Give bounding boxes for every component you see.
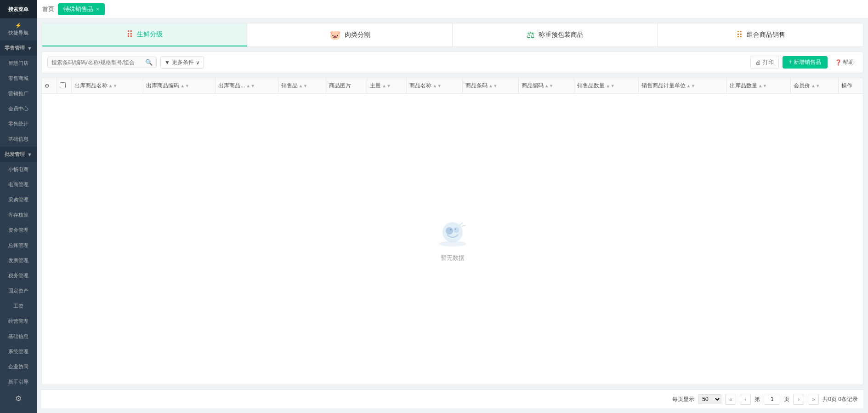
sidebar-item-retail[interactable]: 零售管理 ▼ [0,40,37,56]
col-header-sales-qty[interactable]: 销售品数量 ▲▼ [574,78,638,94]
sidebar-item-ecommerce[interactable]: 小畅电商 [0,162,37,177]
col-label-main-qty: 主量 [370,82,381,90]
sidebar-item-base-info-1[interactable]: 基础信息 [0,132,37,147]
sort-icon-product-code: ▲▼ [545,84,554,88]
sort-icon-member-price: ▲▼ [811,84,820,88]
tab-fresh-grade[interactable]: ⠿ 生鲜分级 [42,23,247,46]
sidebar-item-inventory[interactable]: 库存核算 [0,207,37,223]
sidebar-item-salary[interactable]: 工资 [0,298,37,314]
help-label: 帮助 [843,58,854,66]
current-tab[interactable]: 特殊销售品 × [58,3,105,15]
col-label-action: 操作 [841,82,852,89]
tab-weight-pack-label: 称重预包装商品 [539,31,584,39]
close-icon[interactable]: × [96,6,99,12]
sort-icon-sales-unit: ▲▼ [686,84,696,88]
col-header-outlet-qty[interactable]: 出库品数量 ▲▼ [726,78,790,94]
sidebar-item-base-info-2[interactable]: 基础信息 [0,329,37,344]
next-page-btn[interactable]: › [793,394,804,405]
sidebar-item-smart-store[interactable]: 智慧门店 [0,56,37,71]
svg-point-4 [450,229,452,230]
home-link[interactable]: 首页 [42,5,54,13]
sidebar-logo[interactable]: 搜索菜单 [0,0,37,18]
select-all-checkbox[interactable] [60,82,66,88]
tab-combo-sales[interactable]: ⠿ 组合商品销售 [658,23,863,46]
search-icon: 🔍 [145,59,153,66]
sidebar-item-wholesale[interactable]: 批发管理 ▼ [0,147,37,162]
svg-point-5 [454,229,456,230]
sidebar-item-enterprise[interactable]: 企业协同 [0,359,37,374]
sidebar-item-quick-nav[interactable]: ⚡ 快捷导航 [0,18,37,40]
tab-meat-cut[interactable]: 🐷 肉类分割 [247,23,453,46]
tab-weight-pack[interactable]: ⚖ 称重预包装商品 [453,23,658,46]
col-header-product-code[interactable]: 商品编码 ▲▼ [518,78,574,94]
col-label-sales-item: 销售品 [281,82,298,90]
sidebar-item-ecommerce-mgmt[interactable]: 电商管理 [0,177,37,192]
col-label-sales-qty: 销售品数量 [577,82,605,90]
filter-button[interactable]: ▼ 更多条件 ∨ [160,56,204,69]
pagination: 每页显示 50 10 20 100 « ‹ 第 页 › » 共0页 0条记录 [41,390,863,408]
svg-point-3 [454,227,459,233]
data-table: ⚙ 出库商品名称 ▲▼ 出库商品编码 [42,78,863,94]
search-input[interactable] [51,59,143,66]
content-area: ⠿ 生鲜分级 🐷 肉类分割 ⚖ 称重预包装商品 ⠿ 组合商品销售 🔍 [37,18,868,413]
sidebar-item-member-center[interactable]: 会员中心 [0,101,37,116]
col-header-product-name[interactable]: 商品名称 ▲▼ [407,78,463,94]
sidebar-item-business-mgmt[interactable]: 经营管理 [0,314,37,329]
sidebar-item-retail-stats[interactable]: 零售统计 [0,116,37,132]
settings-icon[interactable]: ⚙ [0,390,37,407]
col-header-sales-item[interactable]: 销售品 ▲▼ [278,78,326,94]
page-input[interactable] [764,394,780,405]
col-header-member-price[interactable]: 会员价 ▲▼ [790,78,838,94]
new-sales-button[interactable]: + 新增销售品 [783,56,828,69]
sidebar-item-fixed-assets[interactable]: 固定资产 [0,283,37,298]
per-page-select[interactable]: 50 10 20 100 [698,394,721,404]
tab-label: 特殊销售品 [63,5,93,13]
sort-icon-product-name: ▲▼ [432,84,442,88]
weight-pack-icon: ⚖ [527,29,535,40]
tab-combo-sales-label: 组合商品销售 [747,31,785,39]
search-box[interactable]: 🔍 [47,57,157,68]
sort-icon-sales-qty: ▲▼ [606,84,615,88]
first-page-btn[interactable]: « [725,394,736,405]
per-page-label: 每页显示 [672,396,694,403]
data-table-container: ⚙ 出库商品名称 ▲▼ 出库商品编码 [41,78,863,385]
print-icon: 🖨 [755,59,761,66]
col-header-sales-unit[interactable]: 销售商品计量单位 ▲▼ [638,78,726,94]
sidebar-item-system[interactable]: 系统管理 [0,344,37,359]
chevron-icon: ∨ [196,59,200,66]
col-label-outlet-qty: 出库品数量 [730,82,757,90]
sidebar-item-purchase[interactable]: 采购管理 [0,192,37,207]
col-label-product-barcode: 商品条码 [465,82,488,90]
prev-page-btn[interactable]: ‹ [740,394,751,405]
print-button[interactable]: 🖨 打印 [750,56,779,69]
col-header-product-barcode[interactable]: 商品条码 ▲▼ [463,78,519,94]
col-header-outlet-code[interactable]: 出库商品编码 ▲▼ [143,78,216,94]
sidebar-item-general-ledger[interactable]: 总账管理 [0,238,37,253]
col-header-product-img: 商品图片 [326,78,367,94]
gear-column-header[interactable]: ⚙ [42,78,57,94]
col-header-main-qty[interactable]: 主量 ▲▼ [367,78,407,94]
col-label-sales-unit: 销售商品计量单位 [641,82,686,90]
chevron-down-icon-2: ▼ [27,152,32,157]
sort-icon-outlet-name: ▲▼ [108,84,118,88]
col-header-action: 操作 [838,78,863,94]
category-tabs: ⠿ 生鲜分级 🐷 肉类分割 ⚖ 称重预包装商品 ⠿ 组合商品销售 [41,23,863,47]
sidebar-item-retail-mall[interactable]: 零售商城 [0,71,37,86]
sidebar-item-guide[interactable]: 新手引导 [0,374,37,390]
sort-icon-outlet-code: ▲▼ [180,84,189,88]
toolbar-right: 🖨 打印 + 新增销售品 ❓ 帮助 [750,56,857,69]
sidebar-item-finance[interactable]: 资金管理 [0,223,37,238]
checkbox-column-header[interactable] [57,78,71,94]
empty-icon [434,216,471,248]
page-label-before: 第 [755,396,760,403]
filter-label: 更多条件 [172,58,194,66]
last-page-btn[interactable]: » [808,394,819,405]
sort-icon-sales-item: ▲▼ [299,84,308,88]
tab-fresh-grade-label: 生鲜分级 [137,30,163,39]
sidebar-item-tax[interactable]: 税务管理 [0,268,37,283]
col-header-outlet-name[interactable]: 出库商品名称 ▲▼ [71,78,143,94]
sidebar-item-marketing[interactable]: 营销推广 [0,86,37,101]
col-header-outlet-spec[interactable]: 出库商品... ▲▼ [216,78,278,94]
sidebar-item-invoice[interactable]: 发票管理 [0,253,37,268]
help-button[interactable]: ❓ 帮助 [831,56,857,69]
